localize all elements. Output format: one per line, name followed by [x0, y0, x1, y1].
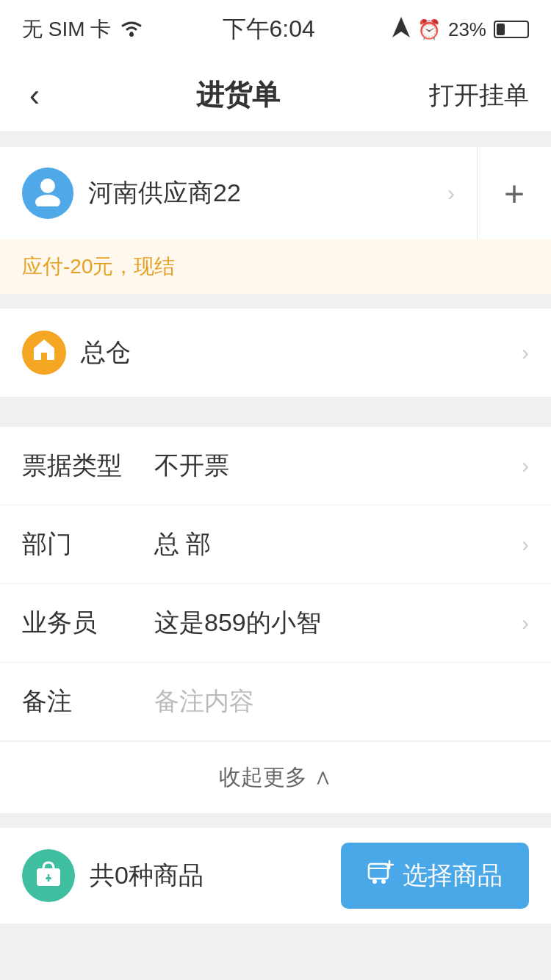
person-icon — [32, 174, 64, 213]
collapse-label: 收起更多 ∧ — [219, 763, 331, 793]
supplier-section: 河南供应商22 › + — [0, 147, 551, 239]
salesperson-label: 业务员 — [22, 606, 140, 640]
svg-marker-1 — [392, 17, 410, 37]
status-bar: 无 SIM 卡 下午6:04 ⏰ 23% — [0, 0, 551, 59]
department-row[interactable]: 部门 总 部 › — [0, 505, 551, 584]
location-icon — [392, 17, 410, 43]
product-count-icon — [22, 849, 75, 902]
svg-point-10 — [381, 879, 386, 884]
product-count-text: 共0种商品 — [90, 859, 326, 893]
svg-point-0 — [129, 32, 134, 37]
salesperson-value: 这是859的小智 — [140, 606, 522, 640]
collapse-button[interactable]: 收起更多 ∧ — [0, 741, 551, 813]
invoice-type-label: 票据类型 — [22, 449, 140, 483]
supplier-name: 河南供应商22 — [88, 176, 433, 210]
invoice-chevron-icon: › — [522, 453, 529, 478]
remark-row[interactable]: 备注 备注内容 — [0, 663, 551, 741]
department-label: 部门 — [22, 527, 140, 561]
battery-text: 23% — [448, 18, 486, 41]
remark-label: 备注 — [22, 685, 140, 718]
home-icon — [31, 336, 57, 369]
salesperson-chevron-icon: › — [522, 610, 529, 635]
divider-1 — [0, 294, 551, 309]
notice-bar: 应付-20元，现结 — [0, 239, 551, 294]
form-section: 票据类型 不开票 › 部门 总 部 › 业务员 这是859的小智 › 备注 备注… — [0, 427, 551, 813]
supplier-selector[interactable]: 河南供应商22 › — [0, 147, 478, 239]
battery-icon — [494, 21, 529, 38]
carrier-text: 无 SIM 卡 — [22, 15, 111, 43]
svg-point-3 — [35, 195, 60, 206]
remark-input[interactable]: 备注内容 — [140, 685, 529, 718]
bottom-bar: 共0种商品 选择商品 — [0, 828, 551, 923]
status-right: ⏰ 23% — [392, 17, 529, 43]
open-pending-button[interactable]: 打开挂单 — [429, 79, 529, 112]
select-product-button[interactable]: 选择商品 — [341, 843, 529, 909]
shopping-bag-icon — [34, 858, 63, 894]
warehouse-chevron-icon: › — [522, 340, 529, 365]
invoice-type-row[interactable]: 票据类型 不开票 › — [0, 427, 551, 505]
page-title: 进货单 — [196, 76, 280, 114]
gray-area — [0, 923, 551, 980]
wifi-icon — [118, 17, 145, 43]
svg-rect-7 — [369, 864, 388, 879]
supplier-avatar — [22, 167, 73, 219]
svg-point-2 — [40, 179, 55, 193]
nav-bar: ‹ 进货单 打开挂单 — [0, 59, 551, 132]
warehouse-name: 总仓 — [81, 336, 507, 370]
top-gap — [0, 132, 551, 147]
status-time: 下午6:04 — [223, 13, 315, 46]
warehouse-row[interactable]: 总仓 › — [0, 309, 551, 397]
invoice-type-value: 不开票 — [140, 449, 522, 483]
notice-text: 应付-20元，现结 — [22, 255, 175, 278]
chevron-right-icon: › — [447, 181, 455, 206]
select-product-label: 选择商品 — [403, 859, 503, 893]
divider-2 — [0, 412, 551, 427]
svg-point-9 — [372, 879, 377, 884]
status-left: 无 SIM 卡 — [22, 15, 145, 43]
department-chevron-icon: › — [522, 532, 529, 557]
alarm-icon: ⏰ — [417, 18, 441, 41]
add-supplier-button[interactable]: + — [478, 147, 551, 239]
salesperson-row[interactable]: 业务员 这是859的小智 › — [0, 584, 551, 663]
department-value: 总 部 — [140, 527, 522, 561]
back-button[interactable]: ‹ — [22, 71, 47, 120]
warehouse-icon — [22, 331, 66, 375]
cart-icon — [367, 860, 394, 892]
